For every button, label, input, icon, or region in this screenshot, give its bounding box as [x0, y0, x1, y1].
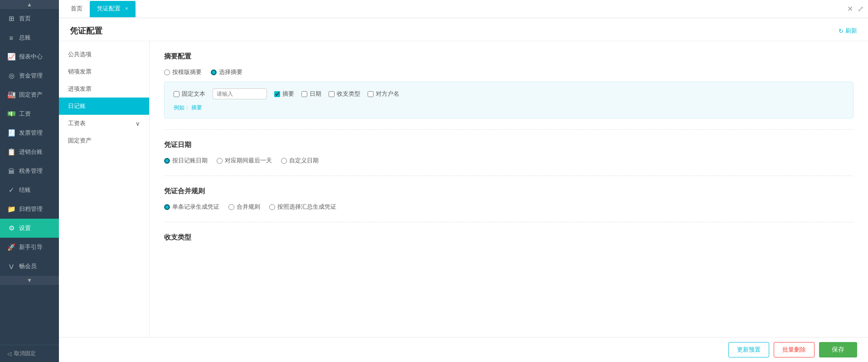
settings-icon: ⚙	[7, 224, 15, 232]
summary-config-box: 固定文本 摘要 日期	[164, 82, 853, 118]
save-button[interactable]: 保存	[819, 342, 857, 357]
chevron-down-icon: ∨	[136, 120, 140, 127]
assets-icon: 🏭	[7, 91, 15, 99]
sidebar-item-archive[interactable]: 📁 归档管理	[0, 200, 59, 219]
summary-radio-group: 按模版摘要 选择摘要	[164, 68, 853, 76]
fixed-text-input[interactable]	[213, 88, 267, 99]
sidebar-item-label: 畅会员	[19, 262, 37, 270]
close-accounts-icon: ✓	[7, 186, 15, 194]
tab-bar-icons: ✕ ⤢	[847, 5, 863, 13]
radio-journal-date[interactable]: 按日记账日期	[164, 157, 208, 165]
sidebar-item-invoice[interactable]: 🧾 发票管理	[0, 123, 59, 142]
sidebar-item-reports[interactable]: 📈 报表中心	[0, 47, 59, 66]
sidebar-item-label: 固定资产	[19, 91, 43, 99]
radio-aggregate-generate[interactable]: 按照选择汇总生成凭证	[269, 203, 336, 211]
body-split: 公共选项 销项发票 进项发票 日记账 工资表 ∨ 固定资产	[59, 41, 868, 337]
checkbox-date[interactable]: 日期	[301, 90, 321, 98]
left-nav-item-public[interactable]: 公共选项	[59, 46, 149, 63]
refresh-icon: ↻	[839, 28, 844, 34]
pin-icon: ◁	[7, 351, 11, 357]
sidebar-item-member[interactable]: V 畅会员	[0, 257, 59, 276]
sidebar-item-label: 归档管理	[19, 205, 43, 213]
left-nav-item-fixed-assets[interactable]: 固定资产	[59, 132, 149, 149]
checkbox-counterpart-name[interactable]: 对方户名	[368, 90, 399, 98]
radio-custom-date[interactable]: 自定义日期	[281, 157, 319, 165]
sidebar-item-label: 发票管理	[19, 129, 43, 137]
sidebar-bottom-label: 取消固定	[14, 350, 36, 357]
sidebar-item-sales[interactable]: 📋 进销台账	[0, 142, 59, 161]
guide-icon: 🚀	[7, 243, 15, 251]
sales-icon: 📋	[7, 148, 15, 156]
left-nav-item-sales-invoice[interactable]: 销项发票	[59, 63, 149, 80]
sidebar-item-label: 设置	[19, 224, 31, 232]
tab-voucher-config[interactable]: 凭证配置 ×	[90, 1, 136, 17]
sidebar-item-label: 新手引导	[19, 243, 43, 251]
salary-icon: 💵	[7, 110, 15, 118]
section-summary: 摘要配置 按模版摘要 选择摘要	[164, 52, 853, 130]
tab-home[interactable]: 首页	[63, 1, 90, 17]
archive-icon: 📁	[7, 205, 15, 213]
date-radio-group: 按日记账日期 对应期间最后一天 自定义日期	[164, 157, 853, 165]
content-wrapper: 凭证配置 ↻ 刷新 公共选项 销项发票 进项发票 日记账	[59, 18, 868, 362]
section-date: 凭证日期 按日记账日期 对应期间最后一天 自定义日期	[164, 141, 853, 176]
refresh-label: 刷新	[845, 27, 857, 35]
merge-radio-group: 单条记录生成凭证 合并规则 按照选择汇总生成凭证	[164, 203, 853, 211]
radio-period-last-day[interactable]: 对应期间最后一天	[217, 157, 272, 165]
window-expand-icon[interactable]: ⤢	[858, 5, 863, 13]
sidebar: ▲ ⊞ 首页 ≡ 总账 📈 报表中心 ◎ 资金管理 🏭 固定资产 💵 工资 🧾 …	[0, 0, 59, 362]
sidebar-item-label: 总账	[19, 34, 31, 42]
sidebar-item-funds[interactable]: ◎ 资金管理	[0, 66, 59, 85]
left-nav-item-journal[interactable]: 日记账	[59, 98, 149, 115]
radio-select-summary[interactable]: 选择摘要	[211, 68, 242, 76]
sidebar-item-assets[interactable]: 🏭 固定资产	[0, 85, 59, 104]
merge-section-title: 凭证合并规则	[164, 187, 853, 196]
page-title: 凭证配置	[70, 25, 102, 36]
sidebar-item-guide[interactable]: 🚀 新手引导	[0, 238, 59, 257]
sidebar-item-settings[interactable]: ⚙ 设置	[0, 219, 59, 238]
bottom-bar: 更新预置 批量删除 保存	[59, 337, 868, 362]
tax-icon: 🏛	[7, 167, 15, 175]
sidebar-item-home[interactable]: ⊞ 首页	[0, 9, 59, 28]
checkbox-fixed-text[interactable]: 固定文本	[174, 90, 205, 98]
summary-section-title: 摘要配置	[164, 52, 853, 61]
sidebar-item-label: 工资	[19, 110, 31, 118]
left-nav: 公共选项 销项发票 进项发票 日记账 工资表 ∨ 固定资产	[59, 41, 150, 337]
sidebar-scroll-up[interactable]: ▲	[0, 0, 59, 9]
window-close-icon[interactable]: ✕	[847, 5, 853, 13]
summary-example-value: 摘要	[191, 104, 202, 111]
sidebar-item-tax[interactable]: 🏛 税务管理	[0, 161, 59, 181]
home-icon: ⊞	[7, 15, 15, 23]
tab-close-icon[interactable]: ×	[125, 5, 128, 12]
sidebar-item-ledger[interactable]: ≡ 总账	[0, 28, 59, 47]
income-type-section-title: 收支类型	[164, 233, 853, 242]
sidebar-item-label: 进销台账	[19, 148, 43, 156]
radio-template-summary[interactable]: 按模版摘要	[164, 68, 202, 76]
sidebar-item-label: 首页	[19, 15, 31, 23]
sidebar-item-label: 报表中心	[19, 53, 43, 61]
left-nav-item-payroll[interactable]: 工资表 ∨	[59, 115, 149, 132]
right-content: 摘要配置 按模版摘要 选择摘要	[150, 41, 868, 337]
sidebar-scroll-down[interactable]: ▼	[0, 276, 59, 285]
sidebar-item-label: 结账	[19, 186, 31, 194]
radio-single-record[interactable]: 单条记录生成凭证	[164, 203, 219, 211]
checkbox-income-type[interactable]: 收支类型	[329, 90, 360, 98]
sidebar-item-close[interactable]: ✓ 结账	[0, 181, 59, 200]
main-area: 首页 凭证配置 × ✕ ⤢ 凭证配置 ↻ 刷新 公共选项	[59, 0, 868, 362]
sidebar-unpin-button[interactable]: ◁ 取消固定	[0, 345, 59, 362]
left-nav-item-purchase-invoice[interactable]: 进项发票	[59, 80, 149, 98]
date-section-title: 凭证日期	[164, 141, 853, 149]
sidebar-item-salary[interactable]: 💵 工资	[0, 104, 59, 123]
refresh-button[interactable]: ↻ 刷新	[839, 27, 857, 35]
funds-icon: ◎	[7, 72, 15, 80]
checkbox-abstract[interactable]: 摘要	[274, 90, 294, 98]
sidebar-item-label: 税务管理	[19, 167, 43, 175]
radio-merge-rule[interactable]: 合并规则	[228, 203, 260, 211]
summary-example: 例如： 摘要	[174, 104, 844, 112]
member-icon: V	[7, 263, 15, 270]
reports-icon: 📈	[7, 53, 15, 61]
page-header: 凭证配置 ↻ 刷新	[59, 18, 868, 41]
batch-delete-button[interactable]: 批量删除	[774, 342, 815, 357]
summary-config-row: 固定文本 摘要 日期	[174, 88, 844, 99]
update-preview-button[interactable]: 更新预置	[728, 342, 769, 357]
ledger-icon: ≡	[7, 34, 15, 42]
